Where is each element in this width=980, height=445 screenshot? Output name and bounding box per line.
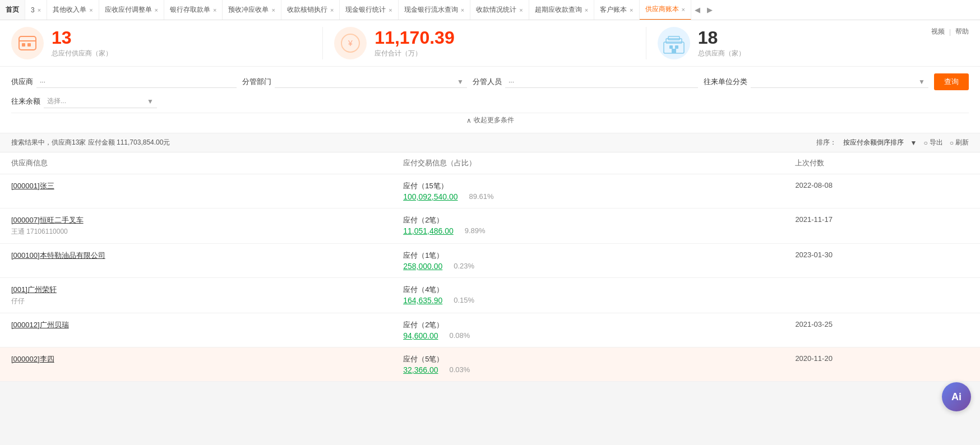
payable-amount[interactable]: 100,092,540.00 xyxy=(403,192,457,201)
category-filter-select[interactable]: ▼ xyxy=(751,76,929,88)
balance-dropdown-arrow: ▼ xyxy=(147,98,154,105)
close-cash-bank-flow[interactable]: × xyxy=(461,7,464,13)
ap-total-amount: 11,170.39 xyxy=(375,29,454,47)
close-supplier-ledger[interactable]: × xyxy=(682,6,685,13)
close-cash-bank-stats[interactable]: × xyxy=(389,7,392,13)
payable-amount[interactable]: 258,000.00 xyxy=(403,262,442,271)
nav-prev-arrow[interactable]: ◀ xyxy=(691,0,704,20)
payable-amount[interactable]: 11,051,486.00 xyxy=(403,226,454,235)
nav-tab-collection-verify[interactable]: 收款核销执行 × xyxy=(281,0,340,20)
tab-3-label: 3 xyxy=(31,6,35,14)
close-prepay-receivable[interactable]: × xyxy=(271,7,275,13)
close-bank-deposit[interactable]: × xyxy=(213,7,216,13)
prepay-receivable-label: 预收冲应收单 xyxy=(228,5,269,15)
close-collection-verify[interactable]: × xyxy=(330,7,334,13)
payable-label: 应付（4笔） xyxy=(403,285,773,295)
collapse-filter-btn[interactable]: ∧ 收起更多条件 xyxy=(11,113,969,127)
nav-tab-ar-ap-adjust[interactable]: 应收应付调整单 × xyxy=(99,0,164,20)
total-suppliers-label: 总供应商（家） xyxy=(698,49,745,58)
svg-text:¥: ¥ xyxy=(348,39,353,48)
supplier-link[interactable]: [000012]广州贝瑞 xyxy=(11,320,381,330)
help-link[interactable]: 帮助 xyxy=(955,27,969,36)
ap-suppliers-info: 13 总应付供应商（家） xyxy=(52,29,112,58)
last-payment-cell xyxy=(784,278,980,313)
payable-pct: 0.15% xyxy=(454,296,474,304)
ap-total-icon: ¥ xyxy=(334,27,367,59)
supplier-filter-label: 供应商 xyxy=(11,77,33,87)
balance-select-placeholder: 选择... xyxy=(47,96,66,106)
export-btn[interactable]: ○ 导出 xyxy=(924,138,943,147)
supplier-link[interactable]: [001]广州荣轩 xyxy=(11,285,381,295)
nav-tab-other-income[interactable]: 其他收入单 × xyxy=(47,0,99,20)
video-link[interactable]: 视频 xyxy=(931,27,945,36)
person-filter-input[interactable] xyxy=(505,76,698,88)
cash-bank-flow-label: 现金银行流水查询 xyxy=(404,5,458,15)
sort-dropdown-arrow[interactable]: ▼ xyxy=(910,139,917,147)
last-payment-date: 2022-08-08 xyxy=(795,181,833,189)
payable-label: 应付（2笔） xyxy=(403,215,773,225)
last-payment-cell: 2023-01-30 xyxy=(784,244,980,278)
nav-tab-home[interactable]: 首页 xyxy=(0,0,25,20)
svg-rect-10 xyxy=(675,45,678,49)
table-row: [000007]恒旺二手叉车王通 17106110000 应付（2笔） 11,0… xyxy=(0,208,980,244)
balance-filter-label: 往来余额 xyxy=(11,96,40,106)
table-row: [000100]本特勒油品有限公司 应付（1笔） 258,000.00 0.23… xyxy=(0,244,980,278)
export-label: 导出 xyxy=(930,138,943,147)
svg-rect-3 xyxy=(27,43,31,47)
close-tab-3[interactable]: × xyxy=(38,7,41,13)
payable-row: 164,635.90 0.15% xyxy=(403,295,773,305)
close-overdue-ar[interactable]: × xyxy=(585,7,588,13)
close-ar-ap-adjust[interactable]: × xyxy=(155,7,158,13)
collection-verify-label: 收款核销执行 xyxy=(287,5,327,15)
supplier-filter-input[interactable] xyxy=(36,76,237,88)
close-other-income[interactable]: × xyxy=(89,7,93,13)
nav-tab-supplier-ledger[interactable]: 供应商账本 × xyxy=(640,0,691,20)
payable-pct: 0.03% xyxy=(449,365,470,374)
payable-pct: 0.08% xyxy=(449,331,470,340)
supplier-link[interactable]: [000100]本特勒油品有限公司 xyxy=(11,251,381,261)
svg-rect-8 xyxy=(668,36,679,40)
payable-amount[interactable]: 94,600.00 xyxy=(403,331,438,340)
nav-tab-bank-deposit[interactable]: 银行存取款单 × xyxy=(164,0,223,20)
supplier-link[interactable]: [000002]李四 xyxy=(11,354,381,364)
supplier-info-cell: [000012]广州贝瑞 xyxy=(0,313,392,347)
last-payment-cell: 2021-11-17 xyxy=(784,208,980,244)
refresh-btn[interactable]: ○ 刷新 xyxy=(950,138,969,147)
balance-filter-select[interactable]: 选择... ▼ xyxy=(44,95,157,108)
summary-bar: 13 总应付供应商（家） ¥ 11,170.39 应付合计（万） xyxy=(0,20,980,67)
payable-amount[interactable]: 32,366.00 xyxy=(403,365,438,374)
payable-amount[interactable]: 164,635.90 xyxy=(403,296,442,305)
nav-next-arrow[interactable]: ▶ xyxy=(704,0,716,20)
col-last-payment: 上次付数 xyxy=(784,152,980,174)
nav-tab-cash-bank-flow[interactable]: 现金银行流水查询 × xyxy=(399,0,470,20)
sort-value[interactable]: 按应付余额倒序排序 xyxy=(843,138,904,147)
dept-filter-select[interactable]: ▼ xyxy=(275,76,468,88)
close-customer-ledger[interactable]: × xyxy=(630,7,633,13)
ap-total-label: 应付合计（万） xyxy=(375,49,454,58)
other-income-label: 其他收入单 xyxy=(53,5,86,15)
supplier-sub: 仔仔 xyxy=(11,296,381,306)
nav-tab-3[interactable]: 3 × xyxy=(25,0,47,20)
supplier-info-cell: [000100]本特勒油品有限公司 xyxy=(0,244,392,278)
payable-info-cell: 应付（4笔） 164,635.90 0.15% xyxy=(392,278,784,313)
nav-tab-customer-ledger[interactable]: 客户账本 × xyxy=(594,0,639,20)
supplier-info-cell: [000002]李四 xyxy=(0,347,392,382)
nav-tab-cash-bank-stats[interactable]: 现金银行统计 × xyxy=(340,0,398,20)
last-payment-date: 2021-11-17 xyxy=(795,215,833,224)
nav-tab-overdue-ar[interactable]: 超期应收款查询 × xyxy=(529,0,594,20)
total-suppliers-count: 18 xyxy=(698,29,745,47)
total-suppliers-info: 18 总供应商（家） xyxy=(698,29,745,58)
payable-label: 应付（1笔） xyxy=(403,251,773,261)
svg-rect-9 xyxy=(669,45,673,49)
category-dropdown-arrow: ▼ xyxy=(918,78,925,86)
supplier-link[interactable]: [000007]恒旺二手叉车 xyxy=(11,215,381,225)
nav-tab-prepay-receivable[interactable]: 预收冲应收单 × xyxy=(223,0,281,20)
supplier-link[interactable]: [000001]张三 xyxy=(11,181,381,191)
payable-info-cell: 应付（15笔） 100,092,540.00 89.61% xyxy=(392,174,784,208)
close-collection-stats[interactable]: × xyxy=(519,7,523,13)
svg-rect-11 xyxy=(672,49,676,53)
search-button[interactable]: 查询 xyxy=(934,73,969,90)
summary-card-ap-total: ¥ 11,170.39 应付合计（万） xyxy=(322,27,645,59)
nav-tab-collection-stats[interactable]: 收款情况统计 × xyxy=(470,0,529,20)
refresh-icon: ○ xyxy=(950,139,954,147)
